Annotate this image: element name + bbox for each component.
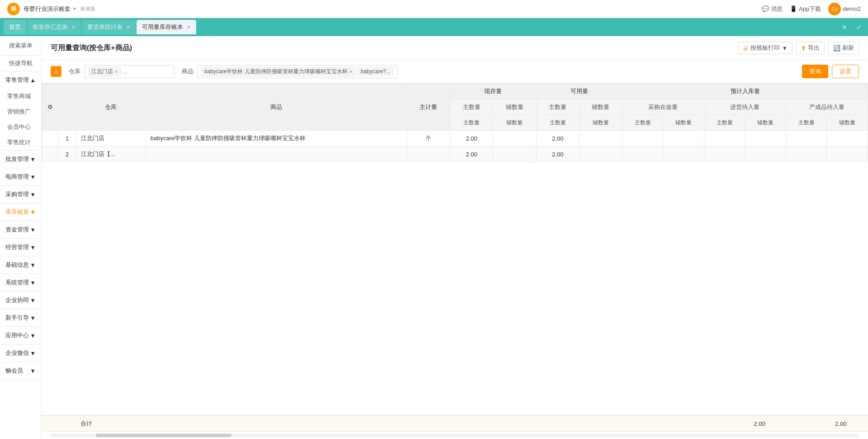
warehouse-filter-input[interactable]: 江北门店 ✕ ...: [84, 65, 175, 78]
sidebar-group-operations-header[interactable]: 经营管理 ▼: [0, 239, 41, 256]
subtotal-available-main: 2.00: [536, 146, 579, 162]
subtotal-p6: [827, 146, 868, 162]
td-p6: [827, 131, 868, 146]
warehouse-tag-remove[interactable]: ✕: [114, 69, 118, 74]
refresh-label: 刷新: [842, 44, 854, 52]
th-ss3: 辅数量: [663, 115, 704, 131]
th-ss2: 辅数量: [579, 115, 622, 131]
print-dropdown-arrow: ▼: [782, 45, 788, 52]
message-button[interactable]: 💬 消息: [762, 5, 783, 13]
sidebar-group-retail-header[interactable]: 零售管理 ▲: [0, 71, 41, 89]
subtotal-stock-main: 2.00: [450, 146, 493, 162]
sidebar-group-operations: 经营管理 ▼: [0, 239, 41, 256]
sidebar-group-appstore-header[interactable]: 应用中心 ▼: [0, 327, 41, 344]
sidebar-group-ecommerce-header[interactable]: 电商管理 ▼: [0, 168, 41, 185]
product-filter-input[interactable]: babycare学饮杯 儿童防摔防撞吸管杯重力球吸嘴杯宝宝水杯 ✕ babyca…: [197, 65, 398, 78]
enterprise-expand-icon: ▼: [30, 297, 36, 304]
filter-action-buttons: 查询 设置: [802, 65, 859, 78]
table-container: ⚙ 仓库 商品 主计量 现存量 可用量 预计入库量 主数量 辅数量 主数量: [42, 83, 868, 415]
sidebar-group-enterprise-header[interactable]: 企业协同 ▼: [0, 292, 41, 309]
sidebar-group-ecommerce: 电商管理 ▼: [0, 168, 41, 186]
close-all-tabs-button[interactable]: ✕: [839, 22, 850, 33]
content-area: 可用量查询(按仓库+商品) 🖨 按模板打印 ▼ ⬆ 导出 🔄 刷新: [42, 36, 868, 439]
bottom-scroll[interactable]: [42, 431, 868, 439]
wholesale-expand-icon: ▼: [30, 156, 36, 163]
tab2-close[interactable]: ✕: [126, 25, 130, 30]
print-button[interactable]: 🖨 按模板打印 ▼: [738, 42, 793, 54]
sidebar-item-retail-stats[interactable]: 零售统计: [0, 135, 41, 150]
app-download-button[interactable]: 📱 App下载: [790, 5, 821, 13]
user-profile[interactable]: Ea demo2: [828, 3, 861, 15]
td-p2: [663, 131, 704, 146]
filter-expand-button[interactable]: »: [51, 66, 61, 77]
td-p1: [623, 131, 663, 146]
sidebar-item-members[interactable]: 会员中心: [0, 119, 41, 135]
message-label: 消息: [771, 5, 783, 13]
sidebar-group-guide-header[interactable]: 新手引导 ▼: [0, 309, 41, 326]
tab1-close[interactable]: ✕: [71, 25, 75, 30]
refresh-button[interactable]: 🔄 刷新: [828, 42, 859, 54]
tab3-close[interactable]: ✕: [187, 25, 191, 30]
th-available-sub: 辅数量: [579, 99, 622, 115]
username-label: demo2: [843, 5, 861, 12]
td-p4: [745, 131, 786, 146]
org-selector[interactable]: 母婴行业演示账套 ▼: [24, 5, 77, 13]
export-button[interactable]: ⬆ 导出: [796, 42, 825, 54]
tab-order-statistics[interactable]: 要货单统计表 ✕: [82, 20, 136, 34]
sidebar-group-basic: 基础信息 ▼: [0, 256, 41, 274]
sidebar-group-basic-header[interactable]: 基础信息 ▼: [0, 256, 41, 274]
tab-home[interactable]: 首页: [4, 20, 26, 34]
sidebar-group-appstore: 应用中心 ▼: [0, 327, 41, 345]
wecom-expand-icon: ▼: [30, 350, 36, 357]
sidebar-item-retail-mall[interactable]: 零售商城: [0, 89, 41, 104]
th-available-main: 主数量: [536, 99, 579, 115]
td-p5: [786, 131, 826, 146]
sidebar-group-wecom-header[interactable]: 企业微信 ▼: [0, 345, 41, 362]
sidebar-group-inventory-header[interactable]: 库存核算 ▼: [0, 203, 41, 221]
sidebar-search-button[interactable]: 搜索菜单: [4, 40, 38, 52]
logo-icon: 畅: [7, 3, 20, 15]
th-settings[interactable]: ⚙: [42, 84, 58, 131]
tab-receivable-summary[interactable]: 收发存汇总表 ✕: [27, 20, 81, 34]
product-filter-group: 商品 babycare学饮杯 儿童防摔防撞吸管杯重力球吸嘴杯宝宝水杯 ✕ bab…: [182, 65, 398, 78]
th-stock-group: 现存量: [450, 84, 537, 99]
query-button[interactable]: 查询: [802, 65, 828, 78]
tab-available-inventory[interactable]: 可用量库存账本 ✕: [137, 20, 196, 34]
product-tag-babycare2: babycare?...: [358, 67, 394, 76]
inventory-expand-icon: ▼: [30, 209, 36, 216]
expand-tabs-button[interactable]: ⤢: [854, 22, 864, 33]
sidebar: 搜索菜单 快捷导航 零售管理 ▲ 零售商城 营销推广 会员中心 零售统计 批发管…: [0, 36, 42, 439]
sidebar-group-member: 畅会员 ▼: [0, 362, 41, 380]
sidebar-group-system-header[interactable]: 系统管理 ▼: [0, 274, 41, 291]
sidebar-group-inventory: 库存核算 ▼: [0, 203, 41, 221]
scroll-thumb: [96, 434, 231, 437]
retail-expand-icon: ▲: [30, 77, 36, 84]
sidebar-quick-nav[interactable]: 快捷导航: [0, 56, 41, 71]
page-header: 可用量查询(按仓库+商品) 🖨 按模板打印 ▼ ⬆ 导出 🔄 刷新: [42, 36, 868, 60]
subtotal-product: [146, 146, 407, 162]
page-title: 可用量查询(按仓库+商品): [51, 43, 132, 53]
page-actions: 🖨 按模板打印 ▼ ⬆ 导出 🔄 刷新: [738, 42, 859, 54]
warehouse-filter-more[interactable]: ...: [123, 68, 128, 75]
subtotal-p4: [745, 146, 786, 162]
td-available-sub: [579, 131, 622, 146]
nav-tabs: 首页 收发存汇总表 ✕ 要货单统计表 ✕ 可用量库存账本 ✕ ✕ ⤢: [0, 18, 868, 36]
system-expand-icon: ▼: [30, 279, 36, 286]
subtotal-unit: [407, 146, 450, 162]
warehouse-tag-jiangbei: 江北门店 ✕: [88, 67, 121, 76]
sidebar-group-member-header[interactable]: 畅会员 ▼: [0, 362, 41, 379]
settings-button[interactable]: 设置: [832, 65, 859, 78]
th-warehouse: 仓库: [76, 84, 146, 131]
sidebar-group-finance-header[interactable]: 资金管理 ▼: [0, 221, 41, 238]
th-available-group: 可用量: [536, 84, 623, 99]
sidebar-item-marketing[interactable]: 营销推广: [0, 104, 41, 119]
th-ss4: 辅数量: [745, 115, 786, 131]
tab3-label: 可用量库存账本: [142, 23, 183, 31]
sidebar-group-enterprise: 企业协同 ▼: [0, 292, 41, 309]
sidebar-group-wholesale: 批发管理 ▼: [0, 151, 41, 168]
sidebar-group-wholesale-header[interactable]: 批发管理 ▼: [0, 151, 41, 168]
product-tag-remove[interactable]: ✕: [349, 69, 353, 74]
td-unit: 个: [407, 131, 450, 146]
sidebar-group-purchase-header[interactable]: 采购管理 ▼: [0, 186, 41, 203]
td-product: babycare学饮杯 儿童防摔防撞吸管杯重力球吸嘴杯宝宝水杯: [146, 131, 407, 146]
